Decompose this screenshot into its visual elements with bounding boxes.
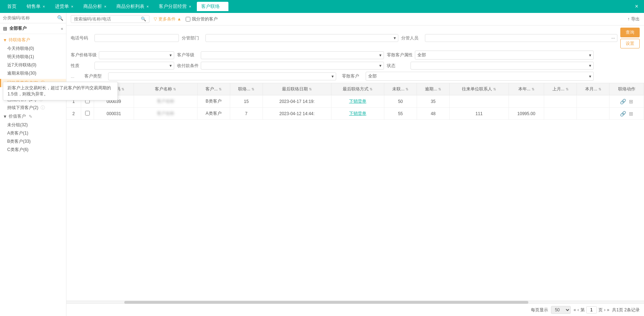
filter-rows: 电话号码 分管部门 ▾ 分管人员 ··· 查询 设置 — [66, 25, 644, 83]
row1-last-method[interactable]: 下销货单 — [331, 95, 384, 108]
nav-purchase[interactable]: 进货单 × — [51, 2, 78, 11]
sidebar-search-input[interactable] — [3, 15, 57, 20]
chevron-down-icon-6: ▾ — [589, 53, 591, 58]
export-button[interactable]: ↑ 导出 — [627, 16, 640, 22]
page-last-button[interactable]: » — [607, 307, 610, 312]
page-number-input[interactable] — [586, 306, 597, 313]
th-type[interactable]: 客户... ⇅ — [197, 83, 230, 95]
data-table-wrapper: ⚙ 客户编码 ⇅ 客户名称 ⇅ — [66, 83, 644, 301]
dept-select[interactable]: ▾ — [205, 34, 398, 42]
filter-search-box[interactable]: 🔍 — [71, 15, 149, 23]
page-prev-button[interactable]: ‹ — [578, 307, 579, 312]
row1-link-icon[interactable]: 🔗 — [620, 99, 626, 104]
row1-this-month — [577, 95, 610, 108]
status-select[interactable]: ▾ — [411, 62, 594, 70]
filter-row-3: 性质 ▾ 收付款条件 ▾ 状态 ▾ — [71, 62, 640, 70]
scroll-thumb[interactable] — [124, 301, 529, 304]
gender-label: 性质 — [71, 63, 92, 69]
sidebar-item-ungrouped[interactable]: 未分组(32) — [0, 121, 66, 129]
filter-zero-attr: 零散客户属性 全部 ▾ — [387, 51, 594, 60]
nav-purchase-close[interactable]: × — [71, 4, 73, 9]
nav-customer-contact[interactable]: 客户联络 × — [197, 2, 228, 11]
zero-attr-select[interactable]: 全部 ▾ — [415, 51, 594, 60]
nav-customer-tier-close[interactable]: × — [189, 4, 191, 9]
th-this-year[interactable]: 本年... ⇅ — [509, 83, 544, 95]
row2-grid-icon[interactable]: ⊞ — [629, 111, 633, 117]
price-level-select[interactable]: ▾ — [99, 51, 174, 59]
page-first-button[interactable]: « — [574, 307, 576, 312]
sidebar-collapse-button[interactable]: « — [61, 26, 63, 31]
price-level-label: 客户价格等级 — [71, 52, 97, 58]
row2-last-method-link[interactable]: 下销货单 — [349, 111, 366, 116]
nav-sales-close[interactable]: × — [43, 4, 45, 9]
sidebar-all-customers[interactable]: ⊞ 全部客户 « — [0, 23, 66, 34]
th-actions: 联络动作 — [610, 83, 644, 95]
row2-this-year: 10995.00 — [509, 108, 544, 120]
th-this-month[interactable]: 本月... ⇅ — [577, 83, 610, 95]
page-next-button[interactable]: › — [604, 307, 606, 312]
sort-icon-last-month: ⇅ — [566, 87, 569, 91]
payment-select[interactable]: ▾ — [201, 62, 384, 70]
person-label: 分管人员 — [401, 35, 423, 41]
nav-analysis-close[interactable]: × — [104, 4, 106, 9]
per-page-select[interactable]: 50 100 200 — [551, 306, 571, 314]
row1-type: B类客户 — [197, 95, 230, 108]
nav-analysis[interactable]: 商品分析 × — [79, 2, 111, 11]
zero-customer-select[interactable]: 全部 ▾ — [366, 72, 594, 81]
my-customers-label: 我分管的客户 — [192, 16, 218, 22]
phone-input[interactable] — [94, 34, 179, 42]
my-customers-checkbox[interactable] — [186, 17, 190, 22]
nav-customer-contact-close[interactable]: × — [222, 4, 224, 9]
th-last-method[interactable]: 最后联络方式 ⇅ — [331, 83, 384, 95]
customer-level-select[interactable]: ▾ — [201, 51, 384, 59]
export-icon: ↑ — [627, 16, 630, 22]
th-last-date[interactable]: 最后联络日期 ⇅ — [263, 83, 331, 95]
sort-icon-code: ⇅ — [121, 87, 124, 91]
sidebar-item-declining[interactable]: 持续下滑客户(2) ⓘ — [0, 104, 66, 112]
th-last-month[interactable]: 上月... ⇅ — [544, 83, 577, 95]
row2-checkbox-input[interactable] — [85, 111, 90, 115]
row1-grid-icon[interactable]: ⊞ — [629, 99, 633, 104]
nav-sales[interactable]: 销售单 × — [22, 2, 49, 11]
sidebar-item-a-class[interactable]: A类客户(1) — [0, 129, 66, 137]
filter-search-input[interactable] — [74, 16, 139, 22]
customer-type-select[interactable]: ▾ — [108, 72, 336, 80]
edit-icon[interactable]: ✎ — [29, 114, 32, 119]
nav-customer-tier[interactable]: 客户分层经营 × — [154, 2, 195, 11]
person-select[interactable]: ··· — [425, 34, 617, 42]
ellipsis-icon: ··· — [611, 36, 615, 41]
nav-analysis-list-close[interactable]: × — [147, 4, 149, 9]
nav-home[interactable]: 首页 — [3, 2, 21, 11]
th-name[interactable]: 客户名称 ⇅ — [134, 83, 197, 95]
more-filter-btn[interactable]: ... — [71, 74, 74, 79]
query-button[interactable]: 查询 — [620, 28, 640, 37]
grid-icon: ⊞ — [3, 26, 7, 32]
th-contact-person[interactable]: 往来单位联系人 ⇅ — [450, 83, 509, 95]
row2-link-icon[interactable]: 🔗 — [620, 111, 626, 117]
th-uncontact[interactable]: 未联... ⇅ — [384, 83, 417, 95]
sidebar-item-tomorrow[interactable]: 明天待联络(1) — [0, 53, 66, 61]
gender-select[interactable]: ▾ — [94, 62, 174, 70]
row2-last-method[interactable]: 下销货单 — [331, 108, 384, 120]
filter-phone: 电话号码 — [71, 34, 179, 42]
horizontal-scrollbar[interactable] — [66, 301, 644, 303]
sidebar-item-b-class[interactable]: B类客户(33) — [0, 137, 66, 146]
sidebar-item-today[interactable]: 今天待联络(0) — [0, 44, 66, 53]
sidebar-pending-group-header[interactable]: ▼ 待联络客户 — [0, 36, 66, 44]
sidebar-value-group-header[interactable]: ▼ 价值客户 ✎ — [0, 112, 66, 121]
filter-more-conditions[interactable]: ▽ 更多条件 ▲ — [154, 16, 181, 22]
window-close-button[interactable]: × — [632, 3, 641, 10]
sidebar-item-7days[interactable]: 近7天待联络(0) — [0, 61, 66, 69]
setting-button[interactable]: 设置 — [620, 39, 640, 48]
th-contact-count[interactable]: 联络... ⇅ — [230, 83, 263, 95]
th-contact-count-label: 联络... — [238, 86, 250, 92]
chevron-down-icon-5: ▾ — [379, 53, 381, 58]
sidebar-item-c-class[interactable]: C类客户(6) — [0, 146, 66, 154]
row1-last-method-link[interactable]: 下销货单 — [349, 99, 366, 104]
nav-analysis-list[interactable]: 商品分析列表 × — [112, 2, 153, 11]
sidebar-item-overdue[interactable]: 逾期未联络(30) — [0, 69, 66, 77]
th-this-month-label: 本月... — [585, 86, 597, 92]
th-overdue[interactable]: 逾期... ⇅ — [417, 83, 449, 95]
table-row: 1 000039 客户名称 B类客户 15 2023-04-17 14:19: … — [66, 95, 644, 108]
zero-attr-value: 全部 — [417, 52, 426, 58]
